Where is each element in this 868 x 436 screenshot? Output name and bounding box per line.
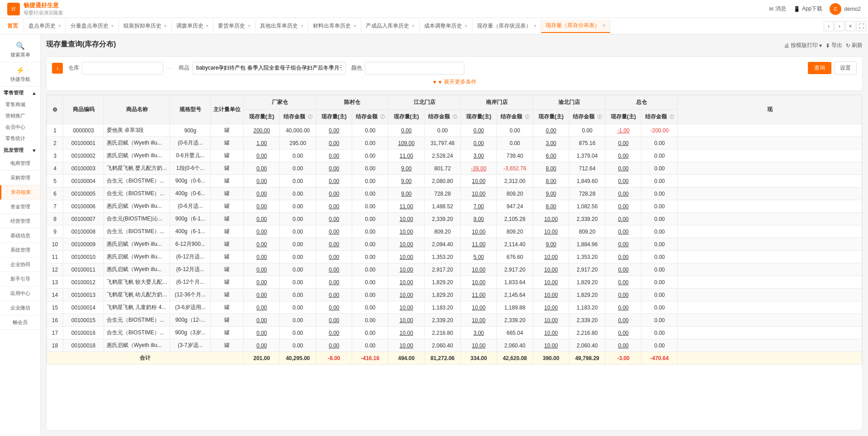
- info-icon[interactable]: ⓘ: [597, 114, 602, 119]
- cell-chenshi-stock[interactable]: 0.00: [316, 263, 352, 276]
- cell-factory-stock[interactable]: 0.00: [244, 213, 280, 225]
- sidebar-item-collab[interactable]: 企业协同: [0, 258, 40, 272]
- cell-yuebei-stock[interactable]: 10.00: [533, 225, 569, 238]
- cell-jiangbei-stock[interactable]: 10.00: [388, 339, 425, 352]
- cell-chenshi-stock[interactable]: 0.00: [316, 289, 352, 301]
- cell-jiangbei-stock[interactable]: 10.00: [388, 213, 425, 225]
- cell-yuebei-stock[interactable]: 8.00: [533, 175, 569, 188]
- cell-yuebei-stock[interactable]: 9.00: [533, 238, 569, 251]
- cell-factory-stock[interactable]: 0.00: [244, 238, 280, 251]
- cell-factory-stock[interactable]: 0.00: [244, 251, 280, 263]
- sidebar-item-finance[interactable]: 资金管理: [0, 200, 40, 214]
- cell-total-stock[interactable]: 0.00: [605, 301, 642, 314]
- cell-total-stock[interactable]: -1.00: [605, 124, 642, 137]
- cell-yuebei-stock[interactable]: 10.00: [533, 213, 569, 225]
- cell-nanan-stock[interactable]: 10.00: [461, 301, 497, 314]
- cell-chenshi-stock[interactable]: 0.00: [316, 124, 352, 137]
- cell-chenshi-stock[interactable]: 0.00: [316, 188, 352, 200]
- color-input[interactable]: [365, 62, 464, 75]
- cell-total-stock[interactable]: 0.00: [605, 238, 642, 251]
- close-icon[interactable]: ×: [111, 23, 114, 28]
- cell-yuebei-stock[interactable]: 10.00: [533, 327, 569, 339]
- info-icon[interactable]: ⓘ: [380, 114, 385, 119]
- cell-jiangbei-stock[interactable]: 109.00: [388, 137, 425, 150]
- cell-yuebei-stock[interactable]: 10.00: [533, 263, 569, 276]
- query-btn[interactable]: 查询: [808, 62, 831, 74]
- cell-nanan-stock[interactable]: 5.00: [461, 251, 497, 263]
- sidebar-sub-member[interactable]: 会员中心: [0, 122, 40, 133]
- cell-chenshi-stock[interactable]: 0.00: [316, 162, 352, 175]
- sidebar-item-search[interactable]: 🔍 搜索英单: [0, 38, 40, 62]
- cell-jiangbei-stock[interactable]: 10.00: [388, 238, 425, 251]
- sidebar-group-retail[interactable]: 零售管理 ▲: [0, 87, 40, 99]
- info-icon[interactable]: ⓘ: [525, 114, 529, 119]
- cell-factory-stock[interactable]: 200.00: [244, 124, 280, 137]
- cell-nanan-stock[interactable]: 10.00: [461, 339, 497, 352]
- close-icon[interactable]: ×: [301, 23, 303, 28]
- app-download-btn[interactable]: 📱 App下载: [793, 5, 822, 13]
- cell-jiangbei-stock[interactable]: 10.00: [388, 301, 425, 314]
- cell-jiangbei-stock[interactable]: 9.00: [388, 162, 425, 175]
- cell-factory-stock[interactable]: 0.00: [244, 301, 280, 314]
- close-icon[interactable]: ×: [58, 23, 61, 28]
- close-icon[interactable]: ×: [206, 23, 209, 28]
- cell-nanan-stock[interactable]: 10.00: [461, 188, 497, 200]
- tab-next-btn[interactable]: ›: [835, 21, 844, 31]
- cell-chenshi-stock[interactable]: 0.00: [316, 327, 352, 339]
- cell-total-stock[interactable]: 0.00: [605, 200, 642, 213]
- cell-total-stock[interactable]: 0.00: [605, 339, 642, 352]
- product-input[interactable]: [192, 62, 346, 75]
- tab-chengp[interactable]: 产成品入库单历史 ×: [361, 19, 420, 33]
- cell-yuebei-stock[interactable]: 10.00: [533, 289, 569, 301]
- sidebar-item-system[interactable]: 系统管理: [0, 243, 40, 258]
- cell-nanan-stock[interactable]: 9.00: [461, 213, 497, 225]
- tab-close-all-btn[interactable]: ×: [845, 21, 855, 31]
- sidebar-sub-mall[interactable]: 零售商城: [0, 99, 40, 110]
- cell-nanan-stock[interactable]: 10.00: [461, 225, 497, 238]
- cell-nanan-stock[interactable]: 11.00: [461, 289, 497, 301]
- tab-kcstatus[interactable]: 现存量（库存状况表） ×: [472, 19, 542, 33]
- cell-chenshi-stock[interactable]: 0.00: [316, 301, 352, 314]
- cell-factory-stock[interactable]: 0.00: [244, 314, 280, 327]
- sidebar-group-wholesale[interactable]: 批发管理 ▼: [0, 144, 40, 156]
- cell-nanan-stock[interactable]: 10.00: [461, 263, 497, 276]
- cell-jiangbei-stock[interactable]: 10.00: [388, 263, 425, 276]
- tab-diaob[interactable]: 调拨单历史 ×: [172, 19, 214, 33]
- cell-chenshi-stock[interactable]: 0.00: [316, 339, 352, 352]
- cell-chenshi-stock[interactable]: 0.00: [316, 314, 352, 327]
- cell-chenshi-stock[interactable]: 0.00: [316, 150, 352, 162]
- cell-yuebei-stock[interactable]: 9.00: [533, 188, 569, 200]
- cell-factory-stock[interactable]: 1.00: [244, 137, 280, 150]
- cell-yuebei-stock[interactable]: 10.00: [533, 339, 569, 352]
- cell-chenshi-stock[interactable]: 0.00: [316, 225, 352, 238]
- settings-btn[interactable]: 设置: [834, 61, 857, 75]
- cell-yuebei-stock[interactable]: 8.00: [533, 162, 569, 175]
- tab-qtck[interactable]: 其他出库单历史 ×: [255, 19, 308, 33]
- cell-nanan-stock[interactable]: 0.00: [461, 124, 497, 137]
- tab-kcfb[interactable]: 现存量（库存分布表） ×: [541, 19, 610, 33]
- tab-pandian[interactable]: 盘点单历史 ×: [24, 19, 66, 33]
- cell-total-stock[interactable]: 0.00: [605, 150, 642, 162]
- cell-yuebei-stock[interactable]: 10.00: [533, 301, 569, 314]
- cell-nanan-stock[interactable]: -39.00: [461, 162, 497, 175]
- cell-yuebei-stock[interactable]: 10.00: [533, 276, 569, 289]
- refresh-btn[interactable]: ↻ 刷新: [846, 42, 863, 49]
- close-icon[interactable]: ×: [603, 23, 605, 28]
- tab-clck[interactable]: 材料出库单历史 ×: [308, 19, 361, 33]
- sidebar-item-inventory[interactable]: 库存核算: [0, 185, 40, 200]
- cell-jiangbei-stock[interactable]: 10.00: [388, 276, 425, 289]
- cell-chenshi-stock[interactable]: 0.00: [316, 213, 352, 225]
- close-icon[interactable]: ×: [354, 23, 356, 28]
- filter-arrow-btn[interactable]: ›: [52, 63, 63, 74]
- cell-factory-stock[interactable]: 0.00: [244, 276, 280, 289]
- close-icon[interactable]: ×: [164, 23, 167, 28]
- tab-home[interactable]: 首页: [2, 19, 24, 33]
- tab-expand-btn[interactable]: ⛶: [856, 21, 866, 31]
- sidebar-item-guide[interactable]: 新手引导: [0, 272, 40, 286]
- sidebar-item-basic[interactable]: 基础信息: [0, 229, 40, 243]
- cell-factory-stock[interactable]: 0.00: [244, 150, 280, 162]
- warehouse-dots[interactable]: ···: [166, 65, 173, 71]
- cell-jiangbei-stock[interactable]: 9.00: [388, 175, 425, 188]
- sidebar-item-appcenter[interactable]: 应用中心: [0, 286, 40, 301]
- cell-factory-stock[interactable]: 0.00: [244, 327, 280, 339]
